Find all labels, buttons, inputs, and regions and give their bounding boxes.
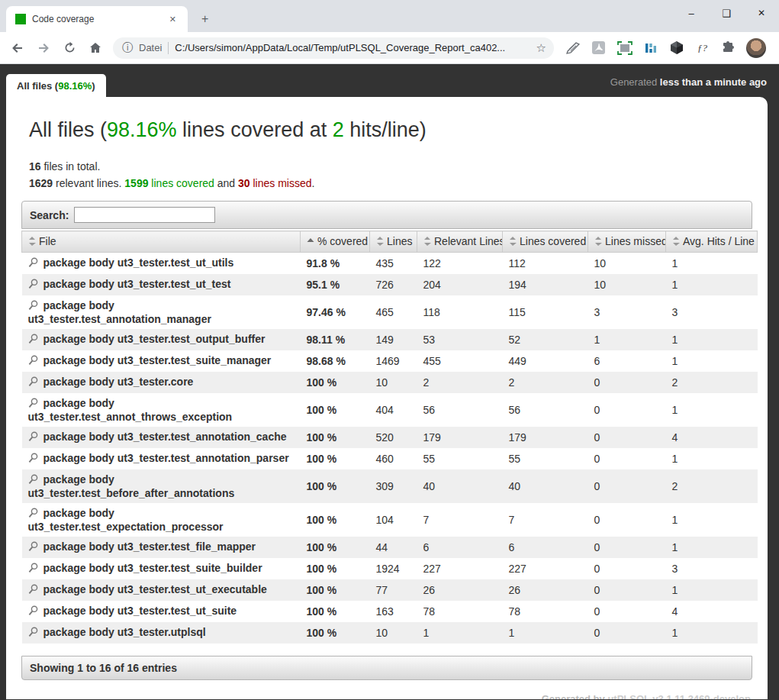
forward-icon[interactable] <box>32 37 55 60</box>
file-name[interactable]: package body ut3_tester.test_expectation… <box>28 507 224 533</box>
file-link-cell[interactable]: package body ut3_tester.core <box>22 372 301 393</box>
file-name[interactable]: package body ut3_tester.test_before_afte… <box>28 473 235 499</box>
percent-covered-cell: 100 % <box>301 503 370 537</box>
cube-extension-icon[interactable] <box>668 40 684 56</box>
omnibox-separator <box>168 42 169 54</box>
report-panel: All files (98.16% lines covered at 2 hit… <box>6 97 768 700</box>
lines-missed-cell: 6 <box>588 350 666 372</box>
lines-covered-cell: 112 <box>503 253 588 275</box>
table-row: package body ut3_tester.core100 %102202 <box>22 372 758 393</box>
new-tab-button[interactable]: + <box>195 11 214 27</box>
file-link-cell[interactable]: package body ut3_tester.test_suite_manag… <box>22 350 301 372</box>
all-files-tab[interactable]: All files (98.16%) <box>6 74 106 97</box>
search-input[interactable] <box>74 207 215 223</box>
file-link-cell[interactable]: package body ut3_tester.test_annotation_… <box>22 448 301 469</box>
files-count: 16 <box>29 160 41 173</box>
window-close-button[interactable]: ✕ <box>744 0 779 26</box>
relevant-lines-cell: 2 <box>417 372 503 393</box>
file-link-cell[interactable]: package body ut3_tester.test_ut_suite <box>22 601 301 622</box>
browser-menu-icon[interactable]: ⋮ <box>776 41 779 55</box>
avg-hits-cell: 1 <box>666 448 758 469</box>
reload-icon[interactable] <box>58 37 81 60</box>
profile-avatar[interactable] <box>746 38 766 58</box>
url-text[interactable]: C:/Users/simon/AppData/Local/Temp/utPLSQ… <box>175 42 530 53</box>
file-name[interactable]: package body ut3_tester.test_ut_utils <box>43 256 234 269</box>
tab-close-icon[interactable]: ✕ <box>166 12 180 27</box>
browser-tab[interactable]: Code coverage ✕ <box>6 6 188 32</box>
file-name[interactable]: package body ut3_tester.test_ut_executab… <box>43 583 267 595</box>
magnifier-icon <box>28 627 38 640</box>
period-text: . <box>312 177 315 189</box>
screenshot-extension-icon[interactable] <box>616 40 633 56</box>
relevant-lines-cell: 227 <box>417 558 503 579</box>
file-name[interactable]: package body ut3_tester.test_output_buff… <box>43 333 266 345</box>
relevant-lines-cell: 78 <box>417 601 503 622</box>
clipper-extension-icon[interactable] <box>565 40 581 56</box>
column-header--covered[interactable]: % covered <box>301 231 370 253</box>
file-name[interactable]: package body ut3_tester.test_ut_suite <box>43 605 237 617</box>
extensions-puzzle-icon[interactable] <box>720 40 736 56</box>
column-header-lines-covered[interactable]: Lines covered <box>503 231 588 253</box>
percent-covered-cell: 97.46 % <box>301 295 370 329</box>
column-header-relevant-lines[interactable]: Relevant Lines <box>417 231 503 253</box>
file-name[interactable]: package body ut3_tester.test_annotation_… <box>43 431 287 443</box>
file-link-cell[interactable]: package body ut3_tester.test_ut_executab… <box>22 579 301 601</box>
file-link-cell[interactable]: package body ut3_tester.test_file_mapper <box>22 537 301 558</box>
percent-covered-cell: 100 % <box>301 393 370 427</box>
sort-both-icon <box>509 236 517 248</box>
file-link-cell[interactable]: package body ut3_tester.test_output_buff… <box>22 329 301 350</box>
pdf-extension-icon[interactable] <box>591 40 607 56</box>
file-link-cell[interactable]: package body ut3_tester.test_annotation_… <box>22 295 301 329</box>
bookmark-star-icon[interactable]: ☆ <box>536 41 546 55</box>
generated-timestamp: Generated less than a minute ago <box>610 76 767 88</box>
file-link-cell[interactable]: package body ut3_tester.test_annot_throw… <box>22 393 301 427</box>
file-name[interactable]: package body ut3_tester.test_annotation_… <box>43 452 289 464</box>
column-header-lines-missed[interactable]: Lines missed <box>588 231 666 253</box>
file-link-cell[interactable]: package body ut3_tester.test_ut_utils <box>22 253 301 275</box>
file-link-cell[interactable]: package body ut3_tester.utplsql <box>22 622 301 644</box>
file-link-cell[interactable]: package body ut3_tester.test_expectation… <box>22 503 301 537</box>
column-header-lines[interactable]: Lines <box>370 231 417 253</box>
function-extension-icon[interactable]: ƒ? <box>694 40 710 56</box>
file-link-cell[interactable]: package body ut3_tester.test_suite_build… <box>22 558 301 579</box>
avg-hits-cell: 1 <box>666 503 758 537</box>
file-name[interactable]: package body ut3_tester.core <box>43 376 194 388</box>
file-name[interactable]: package body ut3_tester.test_ut_test <box>43 278 231 290</box>
back-icon[interactable] <box>6 37 29 60</box>
magnifier-icon <box>28 398 38 411</box>
lines-cell: 465 <box>370 295 417 329</box>
title-suffix: hits/line) <box>344 118 427 141</box>
home-icon[interactable] <box>84 37 107 60</box>
file-name[interactable]: package body ut3_tester.utplsql <box>43 626 206 638</box>
lines-summary-line: 1629 relevant lines. 1599 lines covered … <box>29 176 752 192</box>
sort-both-icon <box>376 236 385 248</box>
window-maximize-button[interactable]: ❑ <box>709 0 744 26</box>
table-row: package body ut3_tester.test_output_buff… <box>22 329 758 350</box>
report-header-bar: All files (98.16%) Generated less than a… <box>0 64 779 97</box>
avg-hits-cell: 4 <box>666 601 758 622</box>
file-link-cell[interactable]: package body ut3_tester.test_ut_test <box>22 274 301 295</box>
file-name[interactable]: package body ut3_tester.test_suite_build… <box>43 562 262 574</box>
lines-covered-cell: 194 <box>503 274 588 295</box>
lines-missed-cell: 0 <box>588 372 666 393</box>
lines-covered-cell: 55 <box>503 448 588 469</box>
chart-bars-extension-icon[interactable] <box>642 40 658 56</box>
file-name[interactable]: package body ut3_tester.test_annotation_… <box>28 299 211 325</box>
coverage-table: File% coveredLinesRelevant LinesLines co… <box>21 231 758 644</box>
title-middle: lines covered at <box>177 118 333 141</box>
window-minimize-button[interactable]: – <box>674 0 709 26</box>
magnifier-icon <box>28 431 38 444</box>
file-name[interactable]: package body ut3_tester.test_file_mapper <box>43 540 256 553</box>
relevant-lines-cell: 179 <box>417 427 503 448</box>
page-info-icon[interactable]: ⓘ <box>122 41 133 55</box>
table-row: package body ut3_tester.test_ut_utils91.… <box>22 253 758 275</box>
avg-hits-cell: 1 <box>666 393 758 427</box>
file-link-cell[interactable]: package body ut3_tester.test_annotation_… <box>22 427 301 448</box>
column-header-avg-hits-line[interactable]: Avg. Hits / Line <box>666 231 758 253</box>
address-bar[interactable]: ⓘ Datei C:/Users/simon/AppData/Local/Tem… <box>113 37 554 59</box>
file-name[interactable]: package body ut3_tester.test_annot_throw… <box>28 397 233 423</box>
column-header-file[interactable]: File <box>22 231 301 253</box>
magnifier-icon <box>28 541 38 554</box>
file-link-cell[interactable]: package body ut3_tester.test_before_afte… <box>22 469 301 503</box>
file-name[interactable]: package body ut3_tester.test_suite_manag… <box>43 354 272 366</box>
